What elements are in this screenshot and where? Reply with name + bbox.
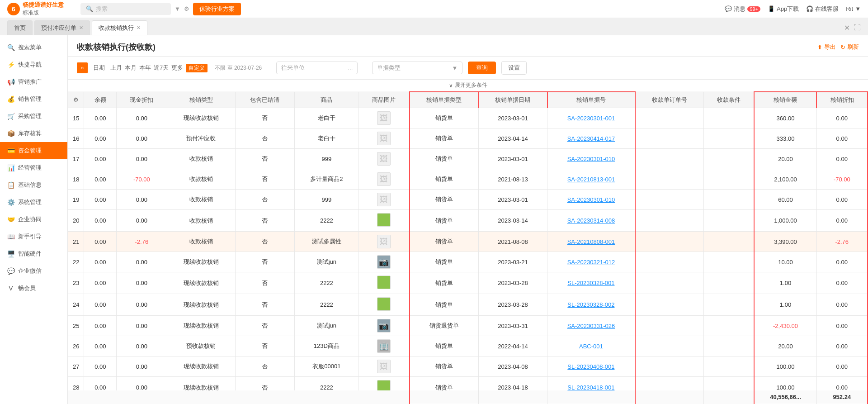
sidebar-item-marketing[interactable]: 📢 营销推广: [0, 73, 67, 90]
tab-bar-controls: ✕ ⛶: [844, 24, 861, 32]
service-btn[interactable]: 🎧 在线客服: [806, 5, 839, 13]
refresh-btn[interactable]: ↻ 刷新: [840, 43, 859, 51]
cell-receipt-order-no: [635, 190, 704, 210]
sidebar-item-wechat[interactable]: 💬 企业微信: [0, 262, 67, 280]
cell-writeoff-discount: 0.00: [816, 108, 868, 128]
cell-receipt-condition: [703, 272, 754, 294]
cell-writeoff-no[interactable]: SL-20230328-002: [547, 294, 635, 316]
settings-btn[interactable]: 设置: [501, 61, 527, 75]
app-download-btn[interactable]: 📱 App下载: [768, 5, 799, 13]
sidebar-label-sales: 销售管理: [18, 95, 42, 103]
cell-cash-discount: 0.00: [117, 190, 167, 210]
date-label: 日期: [93, 64, 105, 72]
sidebar-item-basic-info[interactable]: 📋 基础信息: [0, 176, 67, 194]
cell-receipt-condition: [703, 294, 754, 316]
goods-image: 🖼: [377, 360, 391, 373]
date-last-month[interactable]: 上月: [110, 64, 122, 72]
sidebar-item-hardware[interactable]: 🖥️ 智能硬件: [0, 245, 67, 262]
cell-id: 20: [68, 210, 84, 232]
sidebar-item-guide[interactable]: 📖 新手引导: [0, 228, 67, 245]
cell-writeoff-no[interactable]: SA-20230301-010: [547, 149, 635, 169]
tab-prepay[interactable]: 预付冲应付单 ✕: [34, 20, 90, 35]
cell-id: 15: [68, 108, 84, 128]
sidebar-item-finance[interactable]: 💳 资金管理: [0, 142, 67, 159]
cell-writeoff-no[interactable]: SA-20230314-008: [547, 210, 635, 232]
sidebar-item-operations[interactable]: 📊 经营管理: [0, 159, 67, 176]
cell-include-settled: 否: [235, 252, 294, 272]
sidebar-item-search[interactable]: 🔍 搜索菜单: [0, 39, 67, 56]
receipt-type-input[interactable]: 单据类型 ▼: [372, 62, 462, 74]
expand-more-btn[interactable]: ∨ 展开更多条件: [449, 81, 487, 89]
cell-goods: 2222: [294, 210, 359, 232]
date-7days[interactable]: 近7天: [154, 64, 169, 72]
guide-icon: 📖: [7, 233, 14, 240]
date-this-month[interactable]: 本月: [125, 64, 137, 72]
cell-goods-img: 🖼: [359, 169, 410, 190]
cell-writeoff-no[interactable]: SA-20230414-017: [547, 128, 635, 149]
th-cash-discount: 现金折扣: [117, 92, 167, 108]
cell-writeoff-amount: 333.00: [754, 128, 816, 149]
cell-balance: 0.00: [84, 190, 117, 210]
cell-writeoff-no[interactable]: SL-20230408-001: [547, 356, 635, 377]
cell-writeoff-no[interactable]: SA-20230321-012: [547, 252, 635, 272]
cell-goods: 2222: [294, 294, 359, 316]
message-btn[interactable]: 💬 消息 99+: [725, 5, 760, 13]
cell-receipt-order-no: [635, 108, 704, 128]
search-box[interactable]: 🔍 搜索: [80, 3, 171, 15]
cell-writeoff-no[interactable]: SA-20230331-026: [547, 316, 635, 336]
user-menu[interactable]: Rit ▼: [846, 5, 861, 12]
cell-writeoff-no[interactable]: SA-20210813-001: [547, 169, 635, 190]
date-this-year[interactable]: 本年: [139, 64, 151, 72]
tab-home[interactable]: 首页: [7, 20, 33, 35]
sidebar-item-member[interactable]: V 畅会员: [0, 280, 67, 297]
cell-writeoff-type: 现续收款核销: [167, 108, 235, 128]
cell-id: 19: [68, 190, 84, 210]
dropdown-icon[interactable]: ▼: [175, 5, 180, 12]
sidebar-item-purchase[interactable]: 🛒 采购管理: [0, 108, 67, 125]
settings-icon[interactable]: ⚙: [184, 5, 189, 12]
tab-writeoff-close[interactable]: ✕: [137, 25, 141, 31]
cell-goods-img: 🖼: [359, 232, 410, 252]
sidebar-item-quicknav[interactable]: ⚡ 快捷导航: [0, 56, 67, 73]
tab-prepay-close[interactable]: ✕: [79, 25, 83, 31]
sidebar-label-guide: 新手引导: [18, 233, 42, 241]
tab-writeoff[interactable]: 收款核销执行 ✕: [92, 20, 147, 35]
cell-writeoff-type: 收款核销: [167, 169, 235, 190]
industry-btn[interactable]: 休验行业方案: [193, 3, 241, 15]
main-container: 🔍 搜索菜单 ⚡ 快捷导航 📢 营销推广 💰 销售管理 🛒 采购管理 📦 库存核…: [0, 35, 868, 404]
cell-include-settled: 否: [235, 294, 294, 316]
cell-writeoff-discount: 0.00: [816, 210, 868, 232]
cell-receipt-order-no: [635, 316, 704, 336]
cell-writeoff-no[interactable]: SA-20210808-001: [547, 232, 635, 252]
cell-id: 17: [68, 149, 84, 169]
from-unit-input[interactable]: 往来单位 ...: [276, 62, 358, 74]
cell-writeoff-no[interactable]: ABC-001: [547, 336, 635, 356]
cell-writeoff-no[interactable]: SA-20230301-010: [547, 190, 635, 210]
date-more[interactable]: 更多: [171, 64, 183, 72]
cell-writeoff-bill-type: 销货单: [410, 210, 479, 232]
table-row: 20 0.00 0.00 收款核销 否 2222 销货单 2023-03-14 …: [68, 210, 868, 232]
sidebar-item-corp[interactable]: 🤝 企业协同: [0, 211, 67, 228]
query-btn[interactable]: 查询: [468, 62, 496, 74]
cell-writeoff-no[interactable]: SL-20230328-001: [547, 272, 635, 294]
sidebar-item-system[interactable]: ⚙️ 系统管理: [0, 194, 67, 211]
cell-writeoff-no[interactable]: SA-20230301-001: [547, 108, 635, 128]
goods-image: [377, 297, 391, 311]
export-label: 导出: [824, 43, 836, 51]
cell-receipt-condition: [703, 169, 754, 190]
search-icon: 🔍: [7, 44, 14, 51]
table-container[interactable]: ⚙ 余额 现金折扣 核销类型 包含已结清 商品 商品图片 核销单据类型 核销单据…: [68, 91, 868, 404]
cell-writeoff-amount: 360.00: [754, 108, 816, 128]
cell-id: 25: [68, 316, 84, 336]
member-icon: V: [7, 285, 14, 292]
app-icon: 📱: [768, 5, 775, 12]
export-btn[interactable]: ⬆ 导出: [817, 43, 836, 51]
th-gear[interactable]: ⚙: [68, 92, 84, 108]
sidebar-item-sales[interactable]: 💰 销售管理: [0, 90, 67, 108]
cell-balance: 0.00: [84, 232, 117, 252]
sidebar-item-inventory[interactable]: 📦 库存核算: [0, 125, 67, 142]
filter-expand-btn[interactable]: »: [77, 62, 88, 73]
tab-expand-icon[interactable]: ⛶: [854, 24, 861, 32]
tab-close-all-icon[interactable]: ✕: [844, 24, 850, 32]
date-custom[interactable]: 自定义: [186, 64, 208, 72]
